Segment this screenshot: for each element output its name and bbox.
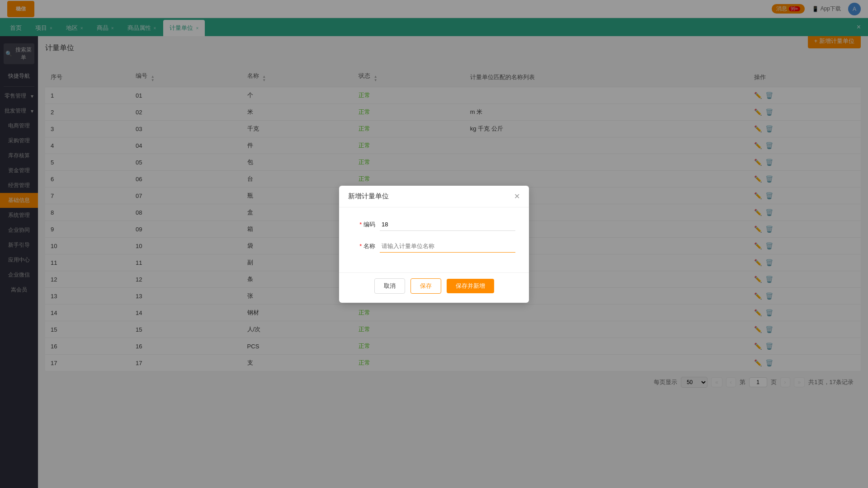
name-input[interactable] [380,240,515,253]
cancel-button[interactable]: 取消 [374,278,405,294]
form-row-code: 编码 [353,218,515,231]
form-label-code: 编码 [353,221,380,229]
form-label-name: 名称 [353,242,380,250]
modal-footer: 取消 保存 保存并新增 [339,272,529,303]
code-input[interactable] [380,218,515,231]
save-button[interactable]: 保存 [410,278,441,294]
save-and-new-button[interactable]: 保存并新增 [447,279,494,293]
add-unit-modal: 新增计量单位 ✕ 编码 名称 取消 保存 保存并新增 [339,186,529,303]
form-row-name: 名称 [353,240,515,253]
modal-title: 新增计量单位 [348,192,389,201]
modal-header: 新增计量单位 ✕ [339,186,529,207]
modal-overlay: 新增计量单位 ✕ 编码 名称 取消 保存 保存并新增 [0,0,868,488]
modal-body: 编码 名称 [339,207,529,269]
modal-close-button[interactable]: ✕ [514,192,520,201]
